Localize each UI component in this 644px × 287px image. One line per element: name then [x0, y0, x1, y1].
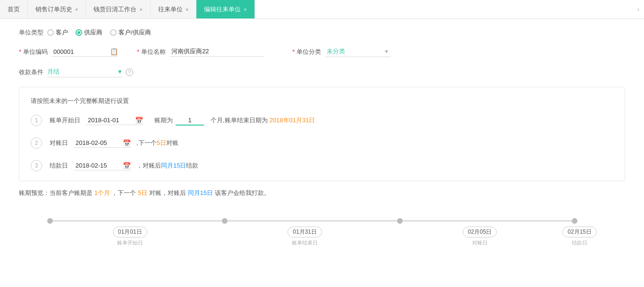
- timeline-badge-3: 02月05日: [463, 227, 497, 237]
- payment-terms-select[interactable]: 月结 ▼: [47, 67, 123, 77]
- tab-cash-desk-close[interactable]: ×: [139, 7, 142, 12]
- tabs-bar: 首页 销售订单历史 × 钱货日清工作台 × 往来单位 × 编辑往来单位 × ›: [0, 0, 644, 19]
- unit-name-label: 单位名称: [141, 48, 166, 56]
- timeline-row-3: [397, 218, 572, 224]
- step-1-row: 1 账单开始日 📅 账期为 个月,账单结束日期为 2018年01月31日: [31, 115, 613, 126]
- preview-p2: 5日: [138, 189, 147, 196]
- step-1-months-input[interactable]: [176, 116, 204, 126]
- unit-type-label: 单位类型: [19, 28, 43, 37]
- name-required: *: [137, 48, 139, 55]
- radio-supplier-label: 供应商: [84, 28, 102, 37]
- timeline-node-1: 01月01日 账单开始日: [47, 218, 222, 246]
- tab-edit-partner-close[interactable]: ×: [244, 7, 246, 12]
- tab-edit-partner[interactable]: 编辑往来单位 ×: [196, 0, 254, 18]
- step-2-highlight: 5日: [157, 139, 166, 147]
- code-required: *: [19, 48, 21, 55]
- step-2-row: 2 对账日 📅 ,下一个 5日 对账: [31, 137, 613, 149]
- step-1-num: 1: [31, 115, 42, 126]
- step-2-label: 对账日: [50, 139, 68, 147]
- step-2-desc-suffix: 对账: [166, 139, 178, 147]
- preview-label: 账期预览：当前客户账期是: [19, 189, 93, 196]
- unit-name-input[interactable]: [169, 47, 264, 57]
- timeline-sub-4: 结款日: [572, 239, 587, 246]
- step-1-label: 账单开始日: [50, 116, 80, 125]
- timeline: 01月01日 账单开始日 01月31日 账单结束日 02月05日 对账日: [19, 209, 625, 251]
- unit-type-radio-group: 客户 供应商 客户/供应商: [47, 28, 151, 37]
- step-1-period-label: 账期为: [154, 116, 173, 125]
- unit-code-label: 单位编码: [23, 48, 48, 56]
- preview-text: 账期预览：当前客户账期是 1个月 ，下一个 5日 对账，对账后 同月15日 该客…: [19, 189, 625, 197]
- unit-info-row: * 单位编码 📋 * 单位名称 * 单位分类 未分类 ▼: [19, 46, 625, 57]
- step-2-calendar-icon[interactable]: 📅: [123, 139, 131, 147]
- tabs-arrow[interactable]: ›: [633, 0, 644, 18]
- step-1-period-end: 2018年01月31日: [270, 116, 315, 125]
- step-3-desc-prefix: ，对账后: [136, 161, 161, 170]
- timeline-line-1: [53, 220, 222, 221]
- radio-both-circle: [110, 29, 117, 36]
- step-1-date-input[interactable]: [86, 116, 133, 125]
- cat-required: *: [292, 48, 295, 55]
- tab-cash-desk[interactable]: 钱货日清工作台 ×: [86, 0, 150, 18]
- unit-code-input[interactable]: [51, 47, 108, 56]
- payment-terms-value: 月结: [47, 68, 114, 76]
- unit-category-value: 未分类: [327, 47, 380, 56]
- tab-home[interactable]: 首页: [0, 0, 28, 18]
- radio-supplier[interactable]: 供应商: [76, 28, 102, 37]
- timeline-node-3: 02月05日 对账日: [397, 218, 572, 246]
- tab-partner-close[interactable]: ×: [186, 7, 188, 12]
- tab-home-label: 首页: [8, 5, 20, 14]
- timeline-line-3: [403, 220, 572, 221]
- payment-terms-label: 收款条件: [19, 68, 43, 76]
- step-2-date-field: 📅: [74, 138, 131, 148]
- timeline-badge-4: 02月15日: [562, 227, 597, 237]
- step-3-date-input[interactable]: [74, 161, 121, 170]
- preview-sep2: 对账，对账后: [149, 189, 186, 196]
- help-icon[interactable]: ?: [126, 68, 133, 76]
- step-1-calendar-icon[interactable]: 📅: [135, 117, 143, 124]
- step-3-row: 3 结款日 📅 ，对账后 同月15日 结款: [31, 160, 613, 171]
- step-2-desc-prefix: ,下一个: [136, 139, 157, 147]
- tab-sales-history[interactable]: 销售订单历史 ×: [28, 0, 86, 18]
- tab-sales-history-close[interactable]: ×: [75, 7, 78, 12]
- timeline-label-3: 02月05日 对账日: [463, 227, 497, 246]
- preview-sep1: ，下一个: [111, 189, 136, 196]
- radio-supplier-circle: [76, 29, 82, 36]
- timeline-dot-4: [572, 218, 577, 224]
- timeline-dot-1: [47, 218, 53, 224]
- step-2-num: 2: [31, 137, 42, 149]
- unit-code-field: 📋: [51, 47, 118, 57]
- step-2-date-input[interactable]: [74, 138, 121, 147]
- timeline-dot-3: [397, 218, 403, 224]
- timeline-node-4: 02月15日 结款日: [572, 218, 597, 246]
- timeline-sub-3: 对账日: [472, 239, 488, 246]
- step-3-highlight: 同月15日: [161, 161, 186, 170]
- step-3-desc-suffix: 结款: [186, 161, 198, 170]
- preview-p3: 同月15日: [188, 189, 213, 196]
- tab-partner[interactable]: 往来单位 ×: [151, 0, 196, 18]
- timeline-badge-2: 01月31日: [288, 227, 322, 237]
- timeline-label-4: 02月15日 结款日: [562, 227, 597, 246]
- timeline-sub-1: 账单开始日: [117, 239, 143, 246]
- radio-customer[interactable]: 客户: [47, 28, 68, 37]
- unit-category-label: 单位分类: [297, 48, 321, 56]
- category-dropdown-icon: ▼: [384, 49, 389, 54]
- main-content: 单位类型 客户 供应商 客户/供应商 * 单位编码 📋 * 单位名称 *: [0, 19, 644, 287]
- timeline-label-1: 01月01日 账单开始日: [113, 227, 147, 246]
- timeline-sub-2: 账单结束日: [292, 239, 318, 246]
- period-section: 请按照未来的一个完整帐期进行设置 1 账单开始日 📅 账期为 个月,账单结束日期…: [19, 87, 625, 181]
- radio-both[interactable]: 客户/供应商: [110, 28, 151, 37]
- copy-icon[interactable]: 📋: [110, 48, 118, 55]
- timeline-row-2: [222, 218, 397, 224]
- step-3-calendar-icon[interactable]: 📅: [123, 162, 131, 169]
- tab-cash-desk-label: 钱货日清工作台: [93, 5, 136, 14]
- radio-customer-circle: [47, 29, 54, 36]
- unit-category-select[interactable]: 未分类 ▼: [325, 46, 391, 57]
- payment-terms-row: 收款条件 月结 ▼ ?: [19, 67, 625, 77]
- step-3-label: 结款日: [50, 161, 68, 170]
- step-1-date-field: 📅: [86, 116, 143, 125]
- timeline-line-2: [228, 220, 397, 221]
- tab-sales-history-label: 销售订单历史: [35, 5, 72, 14]
- step-1-period-suffix: 个月,账单结束日期为: [211, 116, 268, 125]
- radio-both-label: 客户/供应商: [119, 28, 151, 37]
- timeline-row-4: [572, 218, 597, 224]
